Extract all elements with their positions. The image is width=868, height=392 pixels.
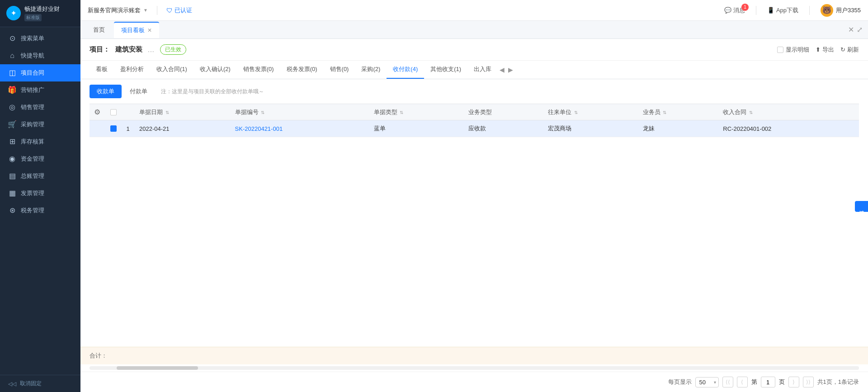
scrollbar-thumb[interactable]	[117, 366, 198, 370]
tab-home-label: 首页	[93, 26, 105, 34]
row-checkbox[interactable]	[110, 125, 117, 132]
inner-tab-hint: 注：这里是与项目关联的全部收付款单哦～	[161, 88, 264, 96]
tab-close-icon[interactable]: ✕	[147, 27, 152, 33]
next-page-button[interactable]: ⟩	[788, 377, 799, 387]
tab-project-board-label: 项目看板	[121, 26, 145, 34]
sidebar-item-tax[interactable]: ⊛ 税务管理	[0, 202, 80, 219]
refresh-button[interactable]: ↻ 刷新	[840, 46, 859, 54]
sub-tab-next-arrow[interactable]: ▶	[506, 62, 515, 77]
sub-tab-income-contract[interactable]: 收入合同(1)	[150, 61, 193, 79]
td-income-contract: RC-20220401-002	[718, 120, 859, 137]
expand-window-button[interactable]: ⤢	[857, 25, 863, 34]
messages-badge: 1	[741, 4, 749, 11]
table-settings-icon[interactable]: ⚙	[94, 108, 100, 116]
sidebar-item-sales[interactable]: ◎ 销售管理	[0, 99, 80, 116]
unpin-icon: ◁◁	[8, 381, 16, 387]
feedback-button[interactable]: 反馈	[855, 201, 868, 212]
sidebar-item-inventory[interactable]: ⊞ 库存核算	[0, 133, 80, 150]
sub-tab-other-income[interactable]: 其他收支(1)	[424, 61, 467, 79]
sub-tab-income-confirm[interactable]: 收入确认(2)	[193, 61, 237, 79]
th-biz-type-label: 业务类型	[468, 109, 492, 115]
th-number[interactable]: 单据编号 ⇅	[231, 104, 369, 120]
export-button[interactable]: ⬆ 导出	[816, 46, 834, 54]
sub-tab-receipts[interactable]: 收付款(4)	[387, 61, 424, 79]
sidebar-item-label: 发票管理	[21, 189, 44, 197]
th-type-label: 单据类型	[374, 109, 397, 115]
invoice-icon: ▦	[8, 189, 16, 197]
certified-label: 已认证	[175, 6, 192, 14]
phone-icon: 📱	[767, 7, 774, 14]
sub-tab-tax-invoice[interactable]: 税务发票(0)	[280, 61, 324, 79]
sidebar-item-label: 搜索菜单	[21, 34, 44, 43]
sidebar-item-quicknav[interactable]: ⌂ 快捷导航	[0, 47, 80, 64]
sidebar-item-invoice[interactable]: ▦ 发票管理	[0, 185, 80, 202]
ledger-icon: ▤	[8, 172, 16, 180]
payment-tab-button[interactable]: 付款单	[123, 85, 155, 98]
user-profile-button[interactable]: 🐻 用户3355	[821, 4, 861, 17]
sub-tab-profit[interactable]: 盈利分析	[114, 61, 150, 79]
sidebar-item-purchase[interactable]: 🛒 采购管理	[0, 116, 80, 133]
tab-home[interactable]: 首页	[86, 22, 112, 38]
main-area: 新服务官网演示账套 ▼ 🛡 已认证 💬 消息 1 📱 App下载 🐻 用户335…	[80, 0, 868, 392]
per-page-select[interactable]: 10 20 50 100	[695, 377, 719, 387]
sidebar-item-search[interactable]: ⊙ 搜索菜单	[0, 30, 80, 47]
sort-type-icon: ⇅	[400, 110, 403, 115]
horizontal-scrollbar[interactable]	[80, 364, 868, 372]
tab-project-board[interactable]: 项目看板 ✕	[114, 22, 159, 38]
sub-tab-nav: 看板 盈利分析 收入合同(1) 收入确认(2) 销售发票(0) 税务发票(0) …	[80, 61, 868, 79]
receipt-tab-button[interactable]: 收款单	[90, 85, 122, 98]
table-header-row: ⚙ 单据日期 ⇅ 单据编号	[90, 104, 859, 120]
last-page-button[interactable]: ⟩⟩	[803, 377, 814, 387]
sidebar-item-finance[interactable]: ◉ 资金管理	[0, 150, 80, 167]
th-settings[interactable]: ⚙	[90, 104, 106, 120]
sort-date-icon: ⇅	[165, 110, 169, 115]
more-options-button[interactable]: ...	[148, 46, 155, 53]
prev-page-button[interactable]: ⟨	[737, 377, 748, 387]
th-date[interactable]: 单据日期 ⇅	[135, 104, 231, 120]
receipt-number-link[interactable]: SK-20220421-001	[235, 125, 283, 132]
messages-button[interactable]: 💬 消息 1	[724, 6, 745, 14]
sidebar-item-project[interactable]: ◫ 项目合同	[0, 64, 80, 81]
sidebar-nav: ⊙ 搜索菜单 ⌂ 快捷导航 ◫ 项目合同 🎁 营销推广 ◎ 销售管理 🛒 采购管…	[0, 27, 80, 375]
sub-tab-sales[interactable]: 销售(0)	[324, 61, 355, 79]
th-check	[106, 104, 121, 120]
content-wrapper: 首页 项目看板 ✕ ✕ ⤢ 项目： 建筑安装 ... 已生效 显示明细	[80, 21, 868, 392]
sidebar: ✦ 畅捷通好业财 标准版 ⊙ 搜索菜单 ⌂ 快捷导航 ◫ 项目合同 🎁 营销推广…	[0, 0, 80, 392]
sidebar-item-marketing[interactable]: 🎁 营销推广	[0, 81, 80, 99]
th-partner[interactable]: 往来单位 ⇅	[543, 104, 638, 120]
table-row[interactable]: 1 2022-04-21 SK-20220421-001 蓝单 应收款 宏茂商场…	[90, 120, 859, 137]
topbar-right-actions: 💬 消息 1 📱 App下载 🐻 用户3355	[724, 4, 861, 17]
user-label: 用户3355	[836, 6, 861, 14]
topbar-divider-3	[809, 6, 810, 15]
summary-label: 合计：	[90, 352, 107, 360]
sub-tab-prev-arrow[interactable]: ◀	[498, 62, 506, 77]
app-download-button[interactable]: 📱 App下载	[767, 6, 798, 14]
sub-tab-purchase[interactable]: 采购(2)	[355, 61, 387, 79]
show-detail-checkbox[interactable]: 显示明细	[777, 46, 809, 54]
th-salesperson[interactable]: 业务员 ⇅	[638, 104, 719, 120]
sidebar-item-ledger[interactable]: ▤ 总账管理	[0, 167, 80, 185]
account-selector[interactable]: 新服务官网演示账套 ▼	[88, 6, 148, 14]
first-page-button[interactable]: ⟨⟨	[722, 377, 733, 387]
page-text: 第	[751, 378, 757, 386]
sidebar-unpin-button[interactable]: ◁◁ 取消固定	[0, 375, 80, 392]
page-number-input[interactable]	[761, 377, 775, 387]
close-window-button[interactable]: ✕	[848, 25, 854, 34]
th-num	[121, 104, 135, 120]
td-biz-type: 应收款	[464, 120, 543, 137]
purchase-icon: 🛒	[8, 120, 16, 129]
td-partner: 宏茂商场	[543, 120, 638, 137]
detail-checkbox-input[interactable]	[777, 47, 783, 53]
th-income-contract[interactable]: 收入合同 ⇅	[718, 104, 859, 120]
select-all-checkbox[interactable]	[110, 109, 117, 115]
sidebar-logo: ✦ 畅捷通好业财 标准版	[0, 0, 80, 27]
sidebar-item-label: 项目合同	[21, 69, 44, 77]
scrollbar-track	[90, 366, 859, 370]
sub-tab-sales-invoice[interactable]: 销售发票(0)	[237, 61, 280, 79]
sidebar-item-label: 营销推广	[21, 86, 44, 94]
export-icon: ⬆	[816, 46, 821, 53]
sub-tab-kanban[interactable]: 看板	[90, 61, 114, 79]
th-type[interactable]: 单据类型 ⇅	[369, 104, 464, 120]
sub-tab-warehouse[interactable]: 出入库	[467, 61, 498, 79]
td-check[interactable]	[106, 120, 121, 137]
